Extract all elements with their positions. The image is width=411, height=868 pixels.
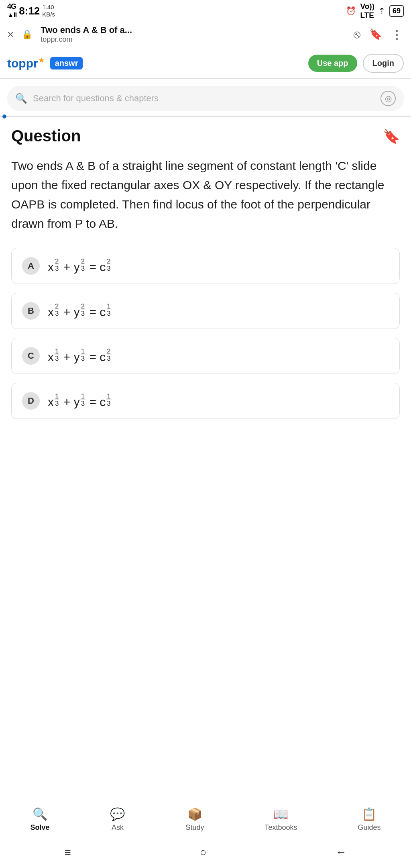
lock-icon: 🔒 bbox=[22, 29, 33, 40]
nav-guides[interactable]: 📋 Guides bbox=[358, 807, 380, 832]
menu-button[interactable]: ≡ bbox=[64, 846, 71, 859]
bottom-nav: 🔍 Solve 💬 Ask 📦 Study 📖 Textbooks 📋 Guid… bbox=[0, 801, 411, 836]
option-d-math: x13 + y13 = c13 bbox=[48, 393, 112, 409]
nav-study[interactable]: 📦 Study bbox=[185, 807, 204, 832]
guides-icon: 📋 bbox=[362, 807, 376, 821]
toppr-star-icon: ★ bbox=[38, 56, 45, 65]
bookmark-browser-icon[interactable]: 🔖 bbox=[369, 28, 382, 41]
ask-icon: 💬 bbox=[110, 807, 125, 821]
textbooks-icon: 📖 bbox=[273, 807, 288, 821]
status-bar: 4G▲ll 8:12 1.40KB/s ⏰ Vo))LTE ⇡ 69 bbox=[0, 0, 411, 21]
share-icon[interactable]: ⎋ bbox=[354, 28, 360, 41]
status-time: 8:12 bbox=[19, 5, 40, 17]
option-b-label: B bbox=[22, 302, 40, 320]
option-b-math: x23 + y23 = c13 bbox=[48, 303, 112, 319]
study-label: Study bbox=[185, 823, 204, 832]
status-kbs: 1.40KB/s bbox=[42, 4, 55, 18]
option-a[interactable]: A x23 + y23 = c23 bbox=[11, 248, 400, 284]
browser-actions: ⎋ 🔖 ⋮ bbox=[354, 27, 404, 41]
browser-url: toppr.com bbox=[41, 35, 346, 44]
progress-bar bbox=[0, 116, 411, 117]
solve-icon: 🔍 bbox=[33, 807, 47, 821]
option-c-math: x13 + y13 = c23 bbox=[48, 348, 112, 364]
search-icon: 🔍 bbox=[15, 93, 27, 104]
browser-title: Two ends A & B of a... bbox=[41, 25, 346, 35]
option-a-label: A bbox=[22, 257, 40, 275]
option-c[interactable]: C x13 + y13 = c23 bbox=[11, 338, 400, 374]
progress-dot bbox=[2, 114, 6, 118]
search-input[interactable]: Search for questions & chapters bbox=[33, 93, 375, 104]
signal-icon: 4G▲ll bbox=[7, 2, 16, 19]
android-nav: ≡ ○ ← bbox=[0, 836, 411, 868]
bookmark-icon[interactable]: 🔖 bbox=[383, 128, 400, 144]
question-heading: Question bbox=[11, 127, 81, 145]
status-left: 4G▲ll 8:12 1.40KB/s bbox=[7, 2, 55, 19]
answr-badge[interactable]: answr bbox=[50, 57, 83, 69]
camera-icon[interactable]: ◎ bbox=[380, 91, 396, 106]
option-d-label: D bbox=[22, 392, 40, 410]
battery-indicator: 69 bbox=[389, 5, 404, 17]
option-b[interactable]: B x23 + y23 = c13 bbox=[11, 293, 400, 329]
question-body: Two ends A & B of a straight line segmen… bbox=[11, 156, 400, 233]
main-content: Question 🔖 Two ends A & B of a straight … bbox=[0, 119, 411, 516]
textbooks-label: Textbooks bbox=[265, 823, 297, 832]
status-right: ⏰ Vo))LTE ⇡ 69 bbox=[346, 2, 404, 20]
guides-label: Guides bbox=[358, 823, 380, 832]
alarm-icon: ⏰ bbox=[346, 6, 356, 16]
question-header: Question 🔖 bbox=[11, 127, 400, 145]
toppr-logo: toppr ★ bbox=[7, 57, 45, 70]
use-app-button[interactable]: Use app bbox=[308, 55, 357, 72]
option-c-label: C bbox=[22, 347, 40, 365]
nav-ask[interactable]: 💬 Ask bbox=[110, 807, 125, 832]
nav-textbooks[interactable]: 📖 Textbooks bbox=[265, 807, 297, 832]
battery-level: 69 bbox=[393, 7, 401, 15]
toppr-nav: toppr ★ answr Use app Login bbox=[0, 48, 411, 79]
browser-bar: × 🔒 Two ends A & B of a... toppr.com ⎋ 🔖… bbox=[0, 21, 411, 48]
ask-label: Ask bbox=[112, 823, 124, 832]
more-options-icon[interactable]: ⋮ bbox=[391, 27, 404, 41]
study-icon: 📦 bbox=[187, 807, 202, 821]
option-a-math: x23 + y23 = c23 bbox=[48, 258, 112, 274]
solve-label: Solve bbox=[30, 823, 49, 832]
nav-solve[interactable]: 🔍 Solve bbox=[30, 807, 49, 832]
lte-label: Vo))LTE bbox=[360, 2, 374, 20]
back-button[interactable]: ← bbox=[336, 846, 347, 859]
search-bar[interactable]: 🔍 Search for questions & chapters ◎ bbox=[7, 86, 404, 111]
option-d[interactable]: D x13 + y13 = c13 bbox=[11, 383, 400, 419]
toppr-text: toppr bbox=[7, 57, 38, 70]
home-button[interactable]: ○ bbox=[200, 846, 207, 859]
login-button[interactable]: Login bbox=[363, 54, 404, 73]
url-area: Two ends A & B of a... toppr.com bbox=[41, 25, 346, 44]
close-button[interactable]: × bbox=[7, 28, 14, 41]
wifi-icon: ⇡ bbox=[378, 6, 385, 16]
